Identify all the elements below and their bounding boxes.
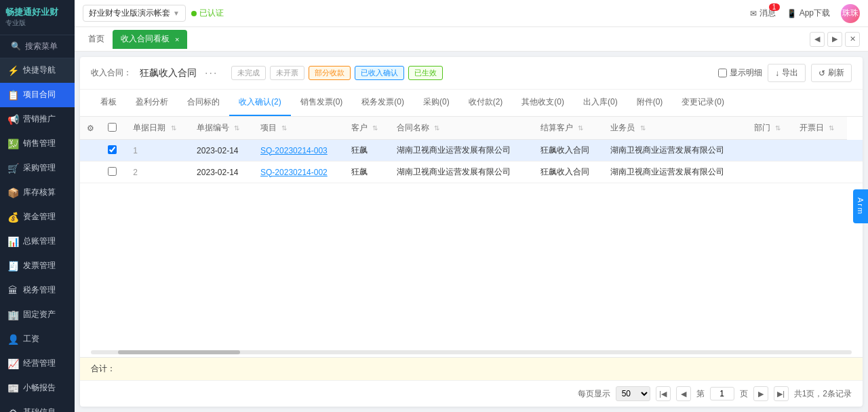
sidebar-item-marketing[interactable]: 📢营销推广 (0, 107, 75, 132)
page-next-button[interactable]: ▶ (753, 386, 768, 401)
sidebar-item-inventory[interactable]: 📦库存核算 (0, 181, 75, 205)
active-tab[interactable]: 收入合同看板 × (113, 30, 187, 49)
table-area[interactable]: ⚙ 单据日期 ⇅ 单据编号 ⇅ 项目 ⇅ 客户 ⇅ 合同名称 ⇅ 结算客户 ⇅ … (80, 117, 863, 348)
sub-tab-合同标的[interactable]: 合同标的 (178, 90, 229, 116)
sidebar-item-invoice[interactable]: 🧾发票管理 (0, 254, 75, 278)
page-last-button[interactable]: ▶| (774, 386, 789, 401)
row-select-checkbox[interactable] (108, 167, 117, 176)
status-tag-未完成[interactable]: 未完成 (231, 66, 266, 80)
status-tag-已生效[interactable]: 已生效 (408, 66, 443, 80)
sidebar-item-reports[interactable]: 📰小畅报告 (0, 376, 75, 400)
row-date: 2023-02-14 (190, 162, 254, 183)
col-settle-customer[interactable]: 结算客户 ⇅ (534, 117, 604, 140)
show-detail-checkbox-label[interactable]: 显示明细 (718, 64, 762, 82)
home-tab[interactable]: 首页 (83, 33, 110, 45)
table-row[interactable]: 1 2023-02-14 SQ-20230214-003 狂飙 湖南卫视商业运营… (80, 140, 863, 162)
pagination-info: 共1页，2条记录 (794, 388, 852, 400)
message-icon: ✉ (750, 9, 757, 18)
topbar-right: ✉ 消息 1 📱 App下载 珠珠 (750, 4, 860, 23)
row-number[interactable]: SQ-20230214-002 (254, 162, 344, 183)
sidebar-item-hr[interactable]: 👤工资 (0, 327, 75, 352)
sidebar-item-general[interactable]: 📊总账管理 (0, 229, 75, 254)
export-label: 导出 (782, 67, 798, 79)
cert-label: 已认证 (199, 7, 224, 19)
col-contract-name[interactable]: 合同名称 ⇅ (390, 117, 534, 140)
app-download-button[interactable]: 📱 App下载 (787, 7, 830, 19)
row-settle-customer: 湖南卫视商业运营发展有限公司 (604, 162, 747, 183)
logo-sub: 专业版 (5, 18, 69, 28)
sidebar-item-sales[interactable]: 💹销售管理 (0, 132, 75, 156)
export-icon: ↓ (775, 69, 779, 78)
status-tag-部分收款[interactable]: 部分收款 (309, 66, 351, 80)
sub-tab-附件[interactable]: 附件(0) (627, 90, 673, 116)
row-settings[interactable] (80, 140, 101, 162)
quick-nav-item[interactable]: ⚡ 快捷导航 (0, 58, 75, 83)
active-tab-label: 收入合同看板 (121, 33, 170, 45)
sidebar-item-basic[interactable]: ⚙基础信息 (0, 400, 75, 412)
col-customer[interactable]: 客户 ⇅ (344, 117, 390, 140)
right-side-button[interactable]: Arm (853, 189, 868, 223)
message-button[interactable]: ✉ 消息 1 (750, 7, 776, 19)
sub-tab-税务发票[interactable]: 税务发票(0) (352, 90, 414, 116)
row-settings[interactable] (80, 162, 101, 183)
scrollbar-thumb[interactable] (118, 350, 240, 354)
search-menu-item[interactable]: 🔍 搜索菜单 (0, 35, 75, 58)
sub-tab-看板[interactable]: 看板 (91, 90, 126, 116)
contract-more-button[interactable]: ··· (205, 67, 218, 79)
per-page-select[interactable]: 50 100 (616, 386, 650, 401)
col-open-date[interactable]: 开票日 ⇅ (793, 117, 847, 140)
row-checkbox[interactable] (101, 162, 126, 183)
horizontal-scrollbar[interactable] (91, 350, 852, 354)
refresh-button[interactable]: ↺ 刷新 (811, 64, 852, 82)
sidebar-label-mgmt: 经营管理 (23, 358, 56, 369)
col-number[interactable]: 单据编号 ⇅ (190, 117, 254, 140)
sub-tab-盈利分析[interactable]: 盈利分析 (126, 90, 178, 116)
row-num: 1 (126, 140, 190, 162)
export-button[interactable]: ↓ 导出 (768, 64, 806, 82)
col-project[interactable]: 项目 ⇅ (254, 117, 344, 140)
topbar: 好业财专业版演示帐套 ▼ 已认证 ✉ 消息 1 📱 App下载 珠珠 (75, 0, 868, 27)
row-checkbox[interactable] (101, 140, 126, 162)
sidebar-item-tax[interactable]: 🏛税务管理 (0, 278, 75, 303)
per-page-label: 每页显示 (578, 388, 610, 400)
tab-close-icon[interactable]: × (175, 35, 179, 43)
sidebar-item-funds[interactable]: 💰资金管理 (0, 205, 75, 229)
page-input[interactable] (710, 387, 734, 400)
sub-tab-收付款[interactable]: 收付款(2) (459, 90, 513, 116)
select-all-checkbox[interactable] (108, 123, 117, 132)
sidebar-item-assets[interactable]: 🏢固定资产 (0, 303, 75, 327)
show-detail-checkbox[interactable] (718, 69, 727, 77)
sub-tab-销售发票[interactable]: 销售发票(0) (291, 90, 353, 116)
sub-tab-变更记录[interactable]: 变更记录(0) (672, 90, 734, 116)
row-contract-name: 狂飙收入合同 (534, 162, 604, 183)
col-settings[interactable]: ⚙ (80, 117, 101, 140)
funds-icon: 💰 (7, 211, 19, 223)
tab-next-button[interactable]: ▶ (827, 32, 842, 47)
tab-prev-button[interactable]: ◀ (810, 32, 825, 47)
col-date[interactable]: 单据日期 ⇅ (126, 117, 190, 140)
sub-tab-出入库[interactable]: 出入库(0) (574, 90, 627, 116)
tab-close-all-button[interactable]: ✕ (845, 32, 860, 47)
col-sales[interactable]: 业务员 ⇅ (604, 117, 747, 140)
status-tag-未开票[interactable]: 未开票 (270, 66, 304, 80)
sidebar-item-mgmt[interactable]: 📈经营管理 (0, 352, 75, 376)
sidebar-item-purchase[interactable]: 🛒采购管理 (0, 156, 75, 181)
row-select-checkbox[interactable] (108, 145, 117, 154)
row-project: 狂飙 (344, 140, 390, 162)
sidebar-item-project[interactable]: 📋项目合同 (0, 83, 75, 107)
col-checkbox[interactable] (101, 117, 126, 140)
status-tag-已收入确认[interactable]: 已收入确认 (355, 66, 404, 80)
row-settle-customer: 湖南卫视商业运营发展有限公司 (604, 140, 747, 162)
page-first-button[interactable]: |◀ (656, 386, 671, 401)
company-selector[interactable]: 好业财专业版演示帐套 ▼ (83, 5, 186, 22)
row-open-date (847, 162, 863, 183)
sub-tab-采购[interactable]: 采购(0) (414, 90, 459, 116)
table-row[interactable]: 2 2023-02-14 SQ-20230214-002 狂飙 湖南卫视商业运营… (80, 162, 863, 183)
row-number[interactable]: SQ-20230214-003 (254, 140, 344, 162)
col-dept[interactable]: 部门 ⇅ (747, 117, 793, 140)
contract-header: 收入合同： 狂飙收入合同 ··· 未完成未开票部分收款已收入确认已生效 显示明细… (80, 57, 863, 90)
sub-tab-其他收支[interactable]: 其他收支(0) (512, 90, 574, 116)
user-profile[interactable]: 珠珠 (841, 4, 860, 23)
page-prev-button[interactable]: ◀ (676, 386, 691, 401)
sub-tab-收入确认[interactable]: 收入确认(2) (229, 90, 291, 116)
